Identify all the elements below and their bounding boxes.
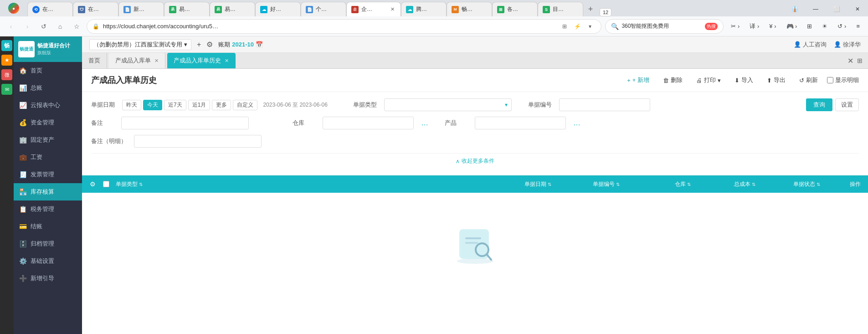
show-fields-checkbox[interactable]: 显示明细 <box>827 76 859 84</box>
date-btn-more[interactable]: 更多 <box>212 100 231 110</box>
warehouse-filter-input[interactable] <box>323 117 414 129</box>
search-bar[interactable]: 🔍 360智能抠图免费用 热搜 <box>605 19 724 34</box>
sidebar-item-settlement[interactable]: 💳 结账 <box>14 218 82 235</box>
sidebar-item-tax[interactable]: 📋 税务管理 <box>14 200 82 218</box>
tab-product-history[interactable]: 产成品入库单历史 ✕ <box>167 53 236 68</box>
new-tab-button[interactable]: + <box>583 2 598 16</box>
browser-tab-5[interactable]: 易 易… <box>210 2 255 16</box>
browser-tab-1[interactable]: ⟲ 在… <box>27 2 73 16</box>
date-btn-custom[interactable]: 自定义 <box>233 100 257 110</box>
sidebar-item-cloud-reports[interactable]: 📈 云报表中心 <box>14 97 82 114</box>
col-header-date[interactable]: 单据日期 ⇅ <box>522 180 590 188</box>
scissors-tool[interactable]: ✂ › <box>727 20 743 33</box>
select-all-checkbox[interactable] <box>103 181 109 187</box>
browser-tab-2[interactable]: 🛡 在… <box>73 2 118 16</box>
date-btn-yesterday[interactable]: 昨天 <box>122 100 141 110</box>
inner-close-btn[interactable]: ✕ <box>847 57 853 65</box>
address-dropdown-icon[interactable]: ▾ <box>585 21 596 32</box>
detail-note-input[interactable] <box>134 135 262 148</box>
app-bar-icon-2[interactable]: ★ <box>1 55 12 66</box>
browser-tab-3[interactable]: 📄 新… <box>118 2 164 16</box>
browser-tab-10[interactable]: M 畅… <box>447 2 492 16</box>
app-bar-icon-1[interactable]: 畅 <box>1 40 12 51</box>
collapse-button[interactable]: ∧ 收起更多条件 <box>456 157 494 165</box>
breadcrumb-home[interactable]: 首页 <box>82 53 107 68</box>
bookmark-button[interactable]: ☆ <box>70 20 83 33</box>
customer-service-button[interactable]: 👤 人工咨询 <box>794 41 827 49</box>
menu-tool[interactable]: ≡ <box>853 20 863 33</box>
grid-icon[interactable]: ⊞ <box>559 21 570 32</box>
refresh-action-button[interactable]: ↺ 刷新 <box>795 74 822 86</box>
show-fields-toggle[interactable] <box>827 77 833 83</box>
browser-tab-8[interactable]: 企 企… ✕ <box>346 2 401 16</box>
tab-product-list[interactable]: 产成品入库单 ✕ <box>109 53 165 68</box>
note-filter-input[interactable] <box>121 117 249 129</box>
undo-tool[interactable]: ↺ › <box>834 20 850 33</box>
col-header-type[interactable]: 单据类型 ⇅ <box>113 180 522 188</box>
window-minimize-button[interactable]: — <box>805 2 826 16</box>
inner-menu-btn[interactable]: ⊞ <box>857 57 863 64</box>
browser-tab-7[interactable]: 📄 个… <box>301 2 346 16</box>
tab-list-close[interactable]: ✕ <box>154 58 159 64</box>
col-header-warehouse[interactable]: 仓库 ⇅ <box>672 180 731 188</box>
table-settings-icon[interactable]: ⚙ <box>86 180 99 188</box>
type-filter-select[interactable]: ▾ <box>384 98 512 111</box>
sidebar-item-capital[interactable]: 💰 资金管理 <box>14 114 82 131</box>
tab-history-close[interactable]: ✕ <box>225 58 229 64</box>
print-button[interactable]: 🖨 打印 ▾ <box>692 74 725 86</box>
home-button[interactable]: ⌂ <box>54 20 67 33</box>
date-btn-1month[interactable]: 近1月 <box>188 100 211 110</box>
sidebar-item-payroll[interactable]: 💼 工资 <box>14 149 82 166</box>
lightning-icon[interactable]: ⚡ <box>572 21 583 32</box>
table-select-all[interactable] <box>99 181 113 187</box>
sidebar-item-ledger[interactable]: 📊 总账 <box>14 79 82 97</box>
sun-tool[interactable]: ☀ <box>818 20 831 33</box>
settings-button[interactable]: ⚙ <box>206 40 213 49</box>
browser-tab-12[interactable]: S 目… <box>538 2 583 16</box>
setting-button[interactable]: 设置 <box>835 98 859 111</box>
user-avatar[interactable]: 👤 徐泽华 <box>834 41 861 49</box>
translate-tool[interactable]: 译 › <box>746 20 763 33</box>
sidebar-item-archive[interactable]: 🗄️ 归档管理 <box>14 235 82 252</box>
window-close-button[interactable]: ✕ <box>847 2 868 16</box>
yuan-tool[interactable]: ¥ › <box>765 20 780 33</box>
sidebar-item-new-voucher[interactable]: ➕ 新增引导 <box>14 270 82 287</box>
refresh-button[interactable]: ↺ <box>37 20 50 33</box>
add-account-button[interactable]: + <box>197 41 201 49</box>
tab-close-8[interactable]: ✕ <box>389 6 396 13</box>
tab-count-badge[interactable]: 12 <box>600 8 611 16</box>
game-tool[interactable]: 🎮 › <box>783 20 801 33</box>
sidebar-item-invoice[interactable]: 🧾 发票管理 <box>14 166 82 183</box>
delete-button[interactable]: 🗑 删除 <box>658 74 687 86</box>
sidebar-header[interactable]: 畅捷通 畅捷通好合计 旗舰版 <box>14 36 82 62</box>
sidebar-item-basic[interactable]: ⚙️ 基础设置 <box>14 252 82 270</box>
query-button[interactable]: 查询 <box>806 98 832 111</box>
sidebar-item-inventory[interactable]: 🏪 库存核算 <box>14 183 82 200</box>
account-selector[interactable]: （勿删勿禁用）江西服宝测试专用 ▾ <box>89 39 191 50</box>
app-bar-icon-weibo[interactable]: 微 <box>1 69 12 80</box>
window-maximize-button[interactable]: ⬜ <box>826 2 847 16</box>
grid-tool[interactable]: ⊞ <box>803 20 816 33</box>
import-button[interactable]: ⬇ 导入 <box>730 74 758 86</box>
export-button[interactable]: ⬆ 导出 <box>762 74 790 86</box>
warehouse-ellipsis[interactable]: … <box>421 119 428 127</box>
sidebar-item-fixed-assets[interactable]: 🏢 固定资产 <box>14 131 82 149</box>
browser-tab-11[interactable]: ⊞ 各… <box>492 2 538 16</box>
col-header-status[interactable]: 单据状态 ⇅ <box>791 180 850 188</box>
browser-tab-4[interactable]: 易 易… <box>164 2 210 16</box>
sidebar-item-home[interactable]: 🏠 首页 <box>14 62 82 79</box>
col-header-number[interactable]: 单据编号 ⇅ <box>590 180 672 188</box>
forward-button[interactable]: › <box>21 20 34 33</box>
address-bar[interactable]: 🔒 https://cloud.chanjet.com/accounting/u… <box>87 19 601 34</box>
browser-tab-6[interactable]: ☁ 好… <box>255 2 301 16</box>
col-header-cost[interactable]: 总成本 ⇅ <box>731 180 791 188</box>
browser-tab-9[interactable]: ☁ 腾… <box>401 2 447 16</box>
back-button[interactable]: ‹ <box>5 20 17 33</box>
window-shirt-icon[interactable]: 👔 <box>784 2 805 16</box>
period-selector[interactable]: 账期 2021-10 📅 <box>218 41 263 49</box>
number-filter-input[interactable] <box>559 98 650 111</box>
product-filter-input[interactable] <box>475 117 566 129</box>
date-btn-today[interactable]: 今天 <box>143 100 162 110</box>
product-ellipsis[interactable]: … <box>573 119 580 127</box>
date-btn-7days[interactable]: 近7天 <box>164 100 186 110</box>
